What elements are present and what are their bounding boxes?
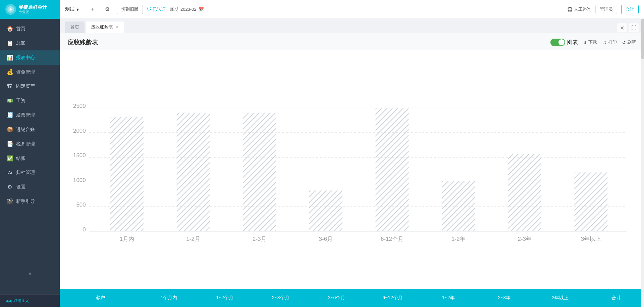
svg-text:2500: 2500 xyxy=(73,103,86,109)
sidebar-item-settings[interactable]: ⚙ 设置 xyxy=(0,180,60,194)
chart-toggle-group: 图表 xyxy=(550,39,578,46)
manager-btn[interactable]: 管理员 xyxy=(595,5,617,14)
table-header-cell-7: 2~3年 xyxy=(476,289,532,307)
sidebar-icon-guide: 🎬 xyxy=(7,198,13,205)
refresh-btn[interactable]: ↺ 刷新 xyxy=(622,39,636,45)
add-btn[interactable]: ＋ xyxy=(87,4,98,15)
headset-icon: 🎧 xyxy=(567,7,573,12)
calendar-icon[interactable]: 📅 xyxy=(199,7,204,12)
sidebar-item-assets[interactable]: 🏗 固定资产 xyxy=(0,79,60,93)
scrollbar-track[interactable] xyxy=(641,19,644,307)
sidebar-label-settings: 设置 xyxy=(16,184,25,190)
sidebar-nav: 🏠 首页 📋 总账 📊 报表中心 💰 资金管理 🏗 固定资产 💵 工资 🧾 发票… xyxy=(0,19,60,294)
sidebar-item-invoice[interactable]: 🧾 发票管理 xyxy=(0,108,60,122)
tab-home-label: 首页 xyxy=(70,24,79,30)
main-area: 测试 ▾ ＋ ⚙ 切到旧版 🛡 已认证 账期 2023-02 📅 🎧 人工咨询 … xyxy=(60,0,644,307)
page-header: 应收账龄表 图表 ⬇ 下载 🖨 打印 ↺ xyxy=(60,33,644,50)
sidebar-item-archive[interactable]: 🗂 归档管理 xyxy=(0,166,60,180)
content-area: 首页 应收账龄表 ✕ ✕ ⛶ 应收账龄表 图表 xyxy=(60,19,644,307)
sidebar-item-payroll[interactable]: 💵 工资 xyxy=(0,93,60,108)
sidebar-item-report[interactable]: 📊 报表中心 xyxy=(0,50,60,65)
logo-icon xyxy=(5,4,16,15)
scrollbar-thumb[interactable] xyxy=(641,19,644,59)
svg-text:1500: 1500 xyxy=(73,152,86,159)
period-value: 2023-02 xyxy=(180,7,197,12)
sidebar-icon-archive: 🗂 xyxy=(7,170,13,176)
bar-2-3年 xyxy=(508,154,541,231)
tab-home[interactable]: 首页 xyxy=(65,21,85,33)
sidebar: 畅捷通好会计 专业版 🏠 首页 📋 总账 📊 报表中心 💰 资金管理 🏗 固定资… xyxy=(0,0,60,307)
tab-expand-btn[interactable]: ⛶ xyxy=(629,23,639,33)
bar-1月内 xyxy=(110,117,144,231)
bar-6-12月 xyxy=(376,108,409,231)
sidebar-pin-btn[interactable]: ◀◀ 取消固定 xyxy=(0,294,60,307)
tab-aging[interactable]: 应收账龄表 ✕ xyxy=(86,21,124,33)
sidebar-icon-invoice: 🧾 xyxy=(7,112,13,118)
sidebar-icon-report: 📊 xyxy=(7,54,13,61)
period-display: 账期 2023-02 📅 xyxy=(170,6,204,12)
bar-1-2月 xyxy=(177,113,210,231)
sidebar-logo: 畅捷通好会计 专业版 xyxy=(0,0,60,19)
table-header: 客户1个月内1~2个月2~3个月3~6个月6~12个月1~2年2~3年3年以上合… xyxy=(60,289,644,307)
download-btn[interactable]: ⬇ 下载 xyxy=(583,39,597,45)
chart-toggle[interactable] xyxy=(550,39,565,46)
company-selector[interactable]: 测试 ▾ xyxy=(65,6,79,12)
sidebar-label-invoice: 发票管理 xyxy=(16,112,35,118)
sidebar-item-ledger[interactable]: 📋 总账 xyxy=(0,36,60,50)
sidebar-icon-tax: 📑 xyxy=(7,141,13,147)
sidebar-scroll-down[interactable]: ▾ xyxy=(0,270,60,277)
table-header-cell-5: 6~12个月 xyxy=(365,289,421,307)
table-header-cell-0: 客户 xyxy=(60,289,141,307)
table-header-cell-2: 1~2个月 xyxy=(197,289,253,307)
sidebar-label-ledger: 总账 xyxy=(16,40,25,46)
table-header-cell-9: 合计 xyxy=(588,289,644,307)
svg-text:6-12个月: 6-12个月 xyxy=(381,236,404,242)
svg-text:1月内: 1月内 xyxy=(120,236,134,242)
topbar: 测试 ▾ ＋ ⚙ 切到旧版 🛡 已认证 账期 2023-02 📅 🎧 人工咨询 … xyxy=(60,0,644,19)
company-dropdown-icon: ▾ xyxy=(76,7,79,12)
role-btn[interactable]: 会计 xyxy=(621,5,639,14)
sidebar-label-settlement: 结账 xyxy=(16,156,25,162)
table-header-cell-1: 1个月内 xyxy=(141,289,197,307)
sidebar-icon-ledger: 📋 xyxy=(7,40,13,46)
sidebar-item-sales[interactable]: 📦 进销台账 xyxy=(0,122,60,137)
chart-toggle-label: 图表 xyxy=(567,39,578,46)
consult-btn[interactable]: 🎧 人工咨询 xyxy=(567,6,591,12)
sidebar-item-home[interactable]: 🏠 首页 xyxy=(0,21,60,36)
sidebar-icon-funds: 💰 xyxy=(7,69,13,75)
topbar-divider-1 xyxy=(83,6,83,13)
table-header-cell-3: 2~3个月 xyxy=(253,289,309,307)
tabbar: 首页 应收账龄表 ✕ ✕ ⛶ xyxy=(60,19,644,33)
sidebar-item-guide[interactable]: 🎬 新手引导 xyxy=(0,194,60,209)
sidebar-label-tax: 税务管理 xyxy=(16,141,35,147)
sidebar-label-archive: 归档管理 xyxy=(16,170,35,176)
bar-1-2年 xyxy=(442,181,475,231)
pin-icon: ◀◀ xyxy=(5,299,11,303)
chart-area: 0 500 1000 1500 2000 2500 xyxy=(60,50,644,289)
sidebar-item-tax[interactable]: 📑 税务管理 xyxy=(0,137,60,151)
sidebar-label-report: 报表中心 xyxy=(16,55,35,61)
tab-aging-close[interactable]: ✕ xyxy=(115,25,118,30)
company-name: 测试 xyxy=(65,6,74,12)
settings-btn[interactable]: ⚙ xyxy=(102,4,113,15)
sidebar-item-settlement[interactable]: ✅ 结账 xyxy=(0,151,60,166)
bar-3-6月 xyxy=(309,190,342,231)
tab-close-btn[interactable]: ✕ xyxy=(617,23,627,33)
page-actions: 图表 ⬇ 下载 🖨 打印 ↺ 刷新 xyxy=(550,39,636,46)
svg-text:500: 500 xyxy=(76,202,86,208)
svg-text:1-2年: 1-2年 xyxy=(451,236,465,242)
sidebar-icon-settlement: ✅ xyxy=(7,155,13,162)
switch-version-btn[interactable]: 切到旧版 xyxy=(117,5,143,14)
table-header-cell-8: 3年以上 xyxy=(532,289,588,307)
sidebar-icon-home: 🏠 xyxy=(7,26,13,32)
refresh-icon: ↺ xyxy=(622,40,626,45)
pin-label: 取消固定 xyxy=(13,298,30,304)
sidebar-label-assets: 固定资产 xyxy=(16,83,35,89)
bar-2-3月 xyxy=(243,113,276,231)
print-btn[interactable]: 🖨 打印 xyxy=(602,39,617,45)
sidebar-item-funds[interactable]: 💰 资金管理 xyxy=(0,65,60,79)
sidebar-icon-payroll: 💵 xyxy=(7,97,13,104)
svg-text:2000: 2000 xyxy=(73,128,86,134)
sidebar-label-payroll: 工资 xyxy=(16,98,25,104)
svg-text:2-3月: 2-3月 xyxy=(253,236,266,242)
